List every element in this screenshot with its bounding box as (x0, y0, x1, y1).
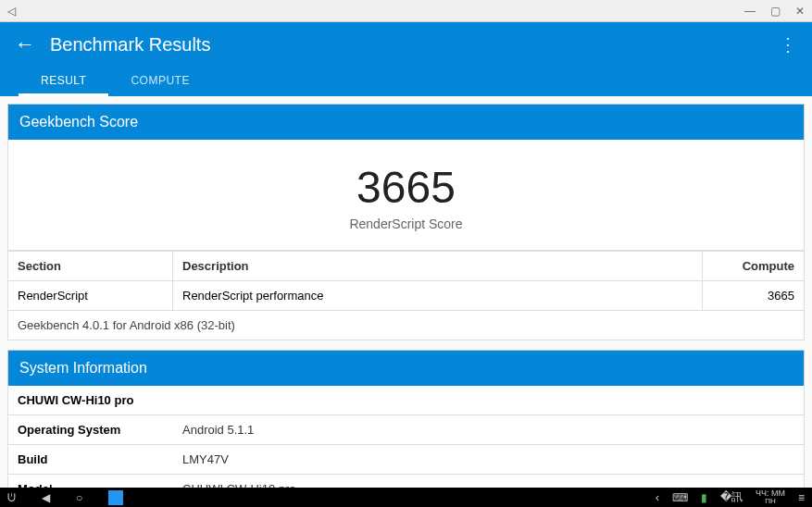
col-description: Description (173, 252, 703, 281)
app-icon[interactable] (108, 490, 123, 505)
table-footer-text: Geekbench 4.0.1 for Android x86 (32-bit) (8, 311, 805, 340)
page-title: Benchmark Results (50, 34, 779, 56)
cell-section: RenderScript (8, 281, 173, 311)
logo-icon[interactable]: ᕫ (7, 491, 16, 504)
menu-lines-icon[interactable]: ≡ (798, 491, 805, 504)
col-compute: Compute (703, 252, 805, 281)
results-table: Section Description Compute RenderScript… (7, 251, 805, 340)
system-row: Build LMY47V (7, 445, 805, 475)
system-value: Android 5.1.1 (173, 415, 804, 444)
section-system-information: System Information (7, 350, 805, 386)
nav-back-icon[interactable]: ◀ (42, 491, 50, 504)
system-row: Operating System Android 5.1.1 (7, 415, 805, 445)
taskbar: ᕫ ◀ ○ ‹ ⌨ ▮ �訊 ЧЧ: ММ ПН ≡ (0, 488, 812, 507)
system-label: Build (8, 445, 173, 474)
system-label: Operating System (8, 415, 173, 444)
system-label: Model (8, 475, 173, 488)
score-label: RenderScript Score (8, 216, 804, 231)
window-chrome: ◁ — ▢ ✕ (0, 0, 812, 22)
back-triangle-icon[interactable]: ◁ (7, 5, 16, 18)
back-arrow-icon[interactable]: ← (15, 32, 35, 56)
clock: ЧЧ: ММ ПН (756, 489, 785, 505)
system-value: LMY47V (173, 445, 804, 474)
battery-icon: ▮ (701, 491, 707, 504)
section-geekbench-score: Geekbench Score (7, 104, 805, 140)
tab-bar: RESULT COMPUTE (0, 67, 812, 96)
tab-compute[interactable]: COMPUTE (108, 67, 212, 96)
cell-description: RenderScript performance (173, 281, 703, 311)
close-button[interactable]: ✕ (795, 5, 805, 18)
app-bar: ← Benchmark Results ⋮ (0, 22, 812, 67)
table-row: RenderScript RenderScript performance 36… (8, 281, 805, 311)
tab-result[interactable]: RESULT (19, 67, 108, 96)
keyboard-icon[interactable]: ⌨ (672, 491, 688, 504)
chevron-left-icon[interactable]: ‹ (656, 491, 659, 504)
clock-day: ПН (756, 498, 785, 505)
table-footer: Geekbench 4.0.1 for Android x86 (32-bit) (8, 311, 805, 340)
score-block: 3665 RenderScript Score (7, 140, 805, 251)
minimize-button[interactable]: — (744, 5, 756, 18)
overflow-menu-icon[interactable]: ⋮ (779, 33, 797, 56)
cell-compute: 3665 (703, 281, 805, 311)
score-value: 3665 (8, 162, 804, 213)
system-row: Model CHUWI CW-Hi10 pro (7, 475, 805, 488)
nav-home-icon[interactable]: ○ (76, 491, 82, 504)
content-area[interactable]: Geekbench Score 3665 RenderScript Score … (0, 96, 812, 488)
system-device-name: CHUWI CW-Hi10 pro (7, 386, 805, 415)
wifi-icon: �訊 (720, 489, 743, 505)
col-section: Section (8, 252, 173, 281)
maximize-button[interactable]: ▢ (770, 5, 781, 18)
system-value: CHUWI CW-Hi10 pro (173, 475, 804, 488)
